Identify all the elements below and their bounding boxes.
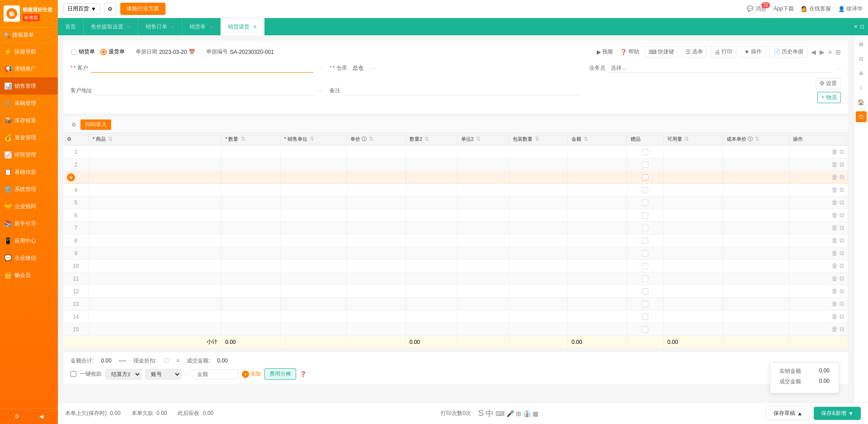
packqty-cell[interactable]	[509, 146, 567, 158]
gift-checkbox[interactable]	[642, 276, 648, 282]
salesperson-input[interactable]	[608, 63, 832, 73]
gift-cell[interactable]	[627, 285, 664, 298]
cprice-cell[interactable]	[722, 323, 789, 336]
qty-cell[interactable]	[222, 196, 280, 209]
right-panel-btn4[interactable]: ☆	[856, 82, 867, 93]
unit2-cell[interactable]	[457, 158, 509, 171]
unit2-cell[interactable]	[457, 209, 509, 222]
delete-row-icon[interactable]: 🗑	[831, 173, 838, 181]
unit-cell[interactable]	[280, 260, 347, 272]
unit2-cell[interactable]	[457, 184, 509, 196]
copy-row-icon[interactable]: ⧉	[840, 300, 844, 308]
delete-row-icon[interactable]: 🗑	[831, 287, 838, 295]
tab-price-setting-close[interactable]: ✕	[127, 24, 131, 29]
gift-checkbox[interactable]	[642, 250, 648, 257]
unit2-cell[interactable]	[457, 310, 509, 323]
uprice-cell[interactable]	[347, 196, 406, 209]
avail-cell[interactable]	[664, 298, 722, 310]
gift-cell[interactable]	[627, 184, 664, 196]
uprice-cell[interactable]	[347, 146, 406, 158]
avail-cell[interactable]	[664, 146, 722, 158]
product-input-active[interactable]	[93, 174, 217, 181]
unit-cell[interactable]	[280, 298, 347, 310]
add-row-btn[interactable]: +	[67, 173, 75, 181]
delete-row-icon[interactable]: 🗑	[831, 224, 838, 232]
shortcut-btn[interactable]: ⌨ 快捷键	[645, 46, 678, 57]
gift-cell[interactable]	[627, 209, 664, 222]
print-btn[interactable]: 🖨 打印	[711, 46, 736, 57]
experience-btn[interactable]: 体验行业方案	[120, 3, 165, 15]
right-panel-btn2[interactable]: ⊟	[856, 53, 867, 64]
gift-checkbox[interactable]	[642, 149, 648, 155]
gift-checkbox[interactable]	[642, 162, 648, 168]
qty-cell[interactable]	[222, 323, 280, 336]
product-cell[interactable]	[89, 222, 221, 234]
amount-cell[interactable]	[568, 323, 627, 336]
avail-cell[interactable]	[664, 260, 722, 272]
next-record-btn[interactable]: ▶	[820, 48, 825, 56]
unit2-cell[interactable]	[457, 298, 509, 310]
qty2-cell[interactable]	[406, 158, 457, 171]
cprice-cell[interactable]	[722, 285, 789, 298]
sidebar-item-guide[interactable]: 📚 新手引导	[0, 215, 58, 232]
delete-row-icon[interactable]: 🗑	[831, 275, 838, 282]
operate-btn[interactable]: ▼ 操作	[740, 46, 766, 57]
qty2-cell[interactable]	[406, 209, 457, 222]
input-icon-6[interactable]: 👔	[523, 410, 531, 417]
qty-cell[interactable]	[222, 184, 280, 196]
amount-input[interactable]	[193, 369, 238, 379]
delete-row-icon[interactable]: 🗑	[831, 237, 838, 244]
qty2-cell[interactable]	[406, 323, 457, 336]
copy-row-icon[interactable]: ⧉	[840, 199, 844, 206]
delete-row-icon[interactable]: 🗑	[831, 186, 838, 194]
unit2-cell[interactable]	[457, 171, 509, 184]
avail-cell[interactable]	[664, 222, 722, 234]
packqty-cell[interactable]	[509, 234, 567, 247]
radio-return[interactable]: 退货单	[100, 48, 125, 56]
account-dots[interactable]: ···	[185, 371, 189, 377]
delete-row-icon[interactable]: 🗑	[831, 313, 838, 320]
gift-checkbox[interactable]	[642, 200, 648, 206]
cprice-cell[interactable]	[722, 272, 789, 285]
qty2-cell[interactable]	[406, 247, 457, 260]
packqty-cell[interactable]	[509, 310, 567, 323]
amount-cell[interactable]	[568, 222, 627, 234]
input-icon-4[interactable]: 🎤	[506, 410, 514, 417]
uprice-cell[interactable]	[347, 272, 406, 285]
gift-cell[interactable]	[627, 260, 664, 272]
message-btn[interactable]: 💬 消息 70	[747, 5, 766, 13]
select-btn[interactable]: ☰ 选单	[682, 46, 707, 57]
packqty-cell[interactable]	[509, 272, 567, 285]
delete-row-icon[interactable]: 🗑	[831, 300, 838, 308]
tab-maximize[interactable]: ⊡	[860, 24, 864, 30]
packqty-cell[interactable]	[509, 209, 567, 222]
qty2-cell[interactable]	[406, 285, 457, 298]
gift-cell[interactable]	[627, 310, 664, 323]
sidebar-settings-icon[interactable]: ⚙	[14, 413, 19, 419]
gift-checkbox[interactable]	[642, 238, 648, 244]
sidebar-item-purchase[interactable]: 🛒 采购管理	[0, 95, 58, 112]
avail-cell[interactable]	[664, 323, 722, 336]
gift-checkbox[interactable]	[642, 263, 648, 269]
sidebar-item-basic[interactable]: 📋 基础信息	[0, 163, 58, 181]
copy-row-icon[interactable]: ⧉	[840, 173, 844, 181]
copy-row-icon[interactable]: ⧉	[840, 325, 844, 333]
prev-record-btn[interactable]: ◀	[811, 48, 816, 56]
right-panel-btn3[interactable]: ⊕	[856, 68, 867, 79]
user-avatar[interactable]: 👤 徐泽华	[838, 5, 863, 13]
right-panel-btn5[interactable]: 🏠	[856, 97, 867, 108]
delete-row-icon[interactable]: 🗑	[831, 148, 838, 156]
product-cell[interactable]	[89, 310, 221, 323]
sidebar-collapse-icon[interactable]: ◀	[39, 413, 43, 419]
gift-cell[interactable]	[627, 272, 664, 285]
gift-checkbox[interactable]	[642, 225, 648, 231]
tab-close-all[interactable]: ✕	[854, 24, 858, 30]
salesperson-dots[interactable]: ···	[836, 65, 841, 71]
unit2-cell[interactable]	[457, 260, 509, 272]
qty-cell[interactable]	[222, 310, 280, 323]
tab-sales-deliver[interactable]: 销货单 ✕	[182, 18, 221, 35]
qty-cell[interactable]	[222, 298, 280, 310]
packqty-cell[interactable]	[509, 184, 567, 196]
copy-row-icon[interactable]: ⧉	[840, 186, 844, 194]
amount-cell[interactable]	[568, 285, 627, 298]
